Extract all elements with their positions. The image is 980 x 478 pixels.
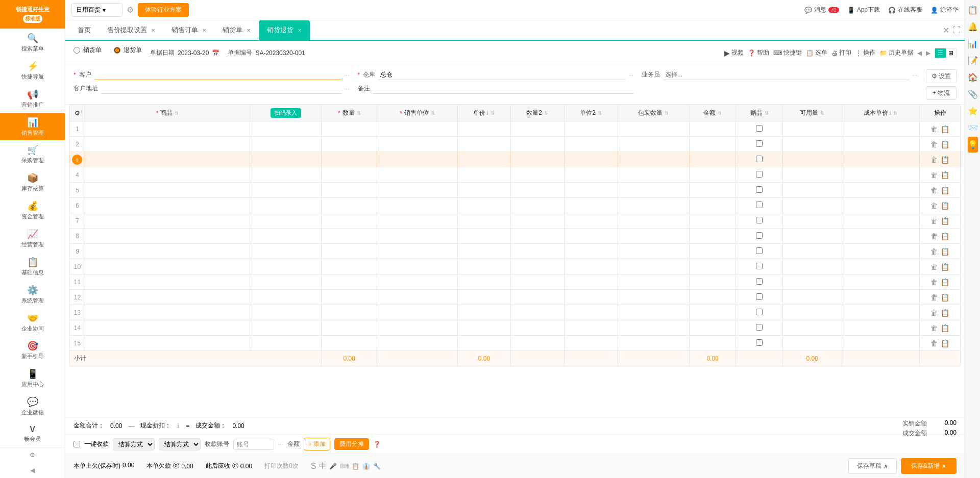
copy-row-icon[interactable]: 📋: [941, 125, 949, 133]
copy-row-icon[interactable]: 📋: [941, 247, 949, 256]
cost-cell[interactable]: [842, 336, 919, 351]
gift-cell[interactable]: [736, 167, 782, 183]
gift-checkbox[interactable]: [756, 232, 763, 239]
unit2-cell[interactable]: [564, 244, 618, 259]
gift-cell[interactable]: [736, 336, 782, 351]
sidebar-collapse-btn[interactable]: ◀: [0, 463, 65, 478]
gift-checkbox[interactable]: [756, 156, 763, 162]
action-hotkey[interactable]: ⌨ 快捷键: [773, 48, 802, 57]
available-cell[interactable]: [782, 183, 842, 198]
pack-cell[interactable]: [618, 320, 689, 336]
price-cell[interactable]: [458, 213, 511, 229]
tab-price-extract[interactable]: 售价提取设置 ✕: [99, 20, 163, 40]
price-sort-icon[interactable]: ⇅: [491, 110, 495, 116]
tab-sales-order-close[interactable]: ✕: [202, 28, 206, 33]
cost-cell[interactable]: [842, 198, 919, 213]
unit-cell[interactable]: [377, 167, 458, 183]
customer-dots-icon[interactable]: ···: [345, 71, 350, 79]
cost-cell[interactable]: [842, 244, 919, 259]
qty-cell[interactable]: [322, 229, 377, 244]
amount-cell[interactable]: [689, 274, 736, 290]
qty2-cell[interactable]: [510, 137, 564, 152]
gift-cell[interactable]: [736, 198, 782, 213]
delete-row-icon[interactable]: 🗑: [930, 263, 938, 271]
product-cell[interactable]: [85, 274, 250, 290]
unit-cell[interactable]: [377, 198, 458, 213]
available-cell[interactable]: [782, 274, 842, 290]
unit2-cell[interactable]: [564, 183, 618, 198]
available-cell[interactable]: [782, 259, 842, 274]
sidebar-item-search[interactable]: 🔍 搜索菜单: [0, 29, 65, 57]
qty2-cell[interactable]: [510, 259, 564, 274]
product-cell[interactable]: [85, 336, 250, 351]
nav-prev-icon[interactable]: ◀: [917, 49, 922, 57]
gift-cell[interactable]: [736, 320, 782, 336]
product-cell[interactable]: [85, 167, 250, 183]
available-cell[interactable]: [782, 213, 842, 229]
add-fee-button[interactable]: + 添加: [304, 438, 330, 450]
qty2-cell[interactable]: [510, 336, 564, 351]
cost-cell[interactable]: [842, 305, 919, 320]
experience-button[interactable]: 体验行业方案: [138, 3, 189, 17]
calc-method-select[interactable]: 结算方式: [159, 438, 201, 450]
available-cell[interactable]: [782, 336, 842, 351]
copy-row-icon[interactable]: 📋: [941, 324, 949, 332]
unit2-cell[interactable]: [564, 274, 618, 290]
pack-cell[interactable]: [618, 259, 689, 274]
qty2-cell[interactable]: [510, 305, 564, 320]
available-cell[interactable]: [782, 305, 842, 320]
amount-cell[interactable]: [689, 320, 736, 336]
save-new-button[interactable]: 保存&新增 ∧: [901, 458, 957, 474]
gift-cell[interactable]: [736, 244, 782, 259]
copy-row-icon[interactable]: 📋: [941, 140, 949, 148]
tab-close-all-icon[interactable]: ✕: [943, 26, 949, 35]
copy-row-icon[interactable]: 📋: [941, 232, 949, 240]
pack-cell[interactable]: [618, 183, 689, 198]
available-cell[interactable]: [782, 137, 842, 152]
cost-cell[interactable]: [842, 167, 919, 183]
delete-row-icon[interactable]: 🗑: [930, 140, 938, 148]
qty-cell[interactable]: [322, 137, 377, 152]
gift-sort-icon[interactable]: ⇅: [765, 110, 769, 116]
amount-cell[interactable]: [689, 259, 736, 274]
unit2-sort-icon[interactable]: ⇅: [598, 110, 602, 116]
unit-cell[interactable]: [377, 290, 458, 305]
amount-cell[interactable]: [689, 183, 736, 198]
sidebar-item-operations[interactable]: 📈 经营管理: [0, 224, 65, 253]
copy-row-icon[interactable]: 📋: [941, 278, 949, 286]
salesperson-dots-icon[interactable]: ···: [913, 71, 918, 79]
unit-cell[interactable]: [377, 336, 458, 351]
pack-cell[interactable]: [618, 244, 689, 259]
available-cell[interactable]: [782, 229, 842, 244]
amount-cell[interactable]: [689, 121, 736, 137]
gift-cell[interactable]: [736, 213, 782, 229]
qty2-cell[interactable]: [510, 183, 564, 198]
qty-cell[interactable]: [322, 320, 377, 336]
gift-cell[interactable]: [736, 259, 782, 274]
product-cell[interactable]: [85, 152, 250, 167]
tab-sales-return-close[interactable]: ✕: [298, 28, 302, 33]
qty-cell[interactable]: [322, 198, 377, 213]
view-grid-icon[interactable]: ⊞: [946, 48, 956, 58]
user-avatar[interactable]: 👤 徐泽华: [930, 6, 959, 14]
gift-checkbox[interactable]: [756, 263, 763, 269]
action-help[interactable]: ❓ 帮助: [748, 48, 769, 57]
action-print[interactable]: 🖨 打印: [831, 48, 851, 57]
rs-icon-4[interactable]: 📝: [968, 53, 978, 68]
product-cell[interactable]: [85, 305, 250, 320]
radio-sales-input[interactable]: [74, 47, 80, 54]
unit-cell[interactable]: [377, 152, 458, 167]
account-input[interactable]: [233, 439, 274, 450]
pack-cell[interactable]: [618, 305, 689, 320]
product-cell[interactable]: [85, 244, 250, 259]
qty2-cell[interactable]: [510, 167, 564, 183]
pack-cell[interactable]: [618, 121, 689, 137]
sidebar-item-marketing[interactable]: 📢 营销推广: [0, 85, 65, 113]
gift-cell[interactable]: [736, 137, 782, 152]
delete-row-icon[interactable]: 🗑: [930, 186, 938, 194]
message-button[interactable]: 💬 消息 70: [804, 6, 839, 14]
delete-row-icon[interactable]: 🗑: [930, 247, 938, 256]
app-download-button[interactable]: 📱 App下载: [847, 6, 880, 14]
unit2-cell[interactable]: [564, 305, 618, 320]
qty-cell[interactable]: [322, 305, 377, 320]
